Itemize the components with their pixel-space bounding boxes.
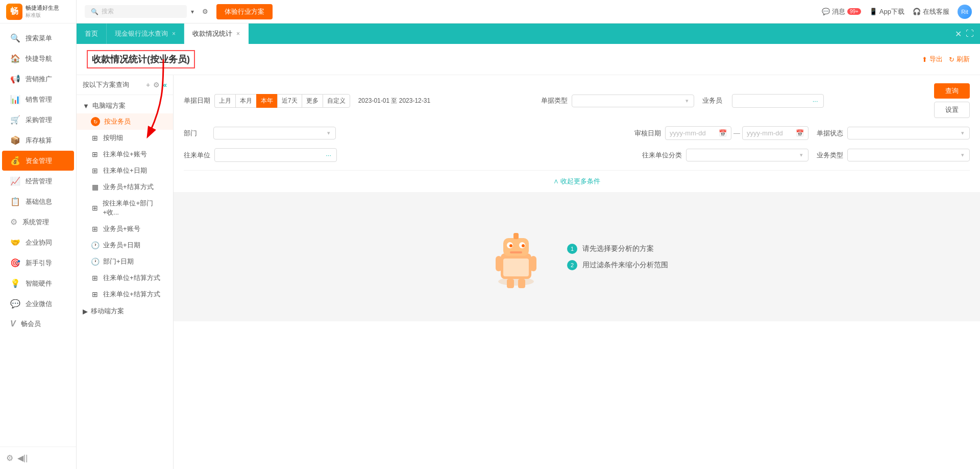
sidebar-item-purchase[interactable]: 🛒 采购管理 xyxy=(2,110,74,130)
sidebar-item-search[interactable]: 🔍 搜索菜单 xyxy=(2,28,74,48)
scheme-item-salesperson[interactable]: ↻ 按业务员 xyxy=(77,113,173,130)
tab-close-receipt[interactable]: × xyxy=(236,30,240,37)
refresh-button[interactable]: ↻ 刷新 xyxy=(949,55,970,64)
tab-bar: 首页 现金银行流水查询 × 收款情况统计 × ✕ ⛶ xyxy=(77,24,980,44)
scheme-item-partner-settle1[interactable]: ⊞ 往来单位+结算方式 xyxy=(77,270,173,286)
sidebar-item-marketing[interactable]: 📢 营销推广 xyxy=(2,69,74,89)
step-1-num: 1 xyxy=(567,244,577,254)
partner-more-icon[interactable]: ··· xyxy=(326,151,331,159)
scheme-item-salesperson-date[interactable]: 🕐 业务员+日期 xyxy=(77,237,173,253)
tab-fullscreen-icon[interactable]: ⛶ xyxy=(966,29,974,38)
page-header: 收款情况统计(按业务员) ⬆ 导出 ↻ 刷新 xyxy=(77,44,980,75)
scheme-group-mobile: ▶ 移动端方案 xyxy=(77,303,173,319)
voucher-type-label: 单据类型 xyxy=(541,96,568,105)
logo-icon: 畅 xyxy=(6,4,22,20)
nav-dropdown-icon[interactable]: ▾ xyxy=(191,8,194,15)
date-tab-this-month[interactable]: 本月 xyxy=(235,94,256,108)
partner-category-select[interactable]: ▾ xyxy=(686,149,808,161)
salesperson-label: 业务员 xyxy=(702,96,728,105)
voucher-status-label: 单据状态 xyxy=(817,129,843,138)
svg-rect-6 xyxy=(518,279,525,288)
partner-label: 往来单位 xyxy=(184,151,210,160)
tab-close-bank[interactable]: × xyxy=(172,30,176,37)
tab-bank-flow[interactable]: 现金银行流水查询 × xyxy=(107,24,184,44)
business-type-select[interactable]: ▾ xyxy=(847,149,970,161)
review-date-end[interactable]: yyyy-mm-dd 📅 xyxy=(742,126,808,140)
review-date-label: 审核日期 xyxy=(634,129,661,138)
export-button[interactable]: ⬆ 导出 xyxy=(922,55,943,64)
date-separator: — xyxy=(733,129,740,137)
scheme-item-dept-date[interactable]: 🕐 部门+日期 xyxy=(77,253,173,270)
partner-category-label: 往来单位分类 xyxy=(642,151,682,160)
sidebar-item-basic-info[interactable]: 📋 基础信息 xyxy=(2,192,74,212)
sidebar-item-system[interactable]: ⚙ 系统管理 xyxy=(2,212,74,232)
salesperson-acct-icon: ⊞ xyxy=(91,225,99,233)
collapse-sidebar-icon[interactable]: ◀|| xyxy=(17,453,28,463)
sidebar-item-inventory[interactable]: 📦 库存核算 xyxy=(2,130,74,150)
sidebar-menu: 🔍 搜索菜单 🏠 快捷导航 📢 营销推广 📊 销售管理 🛒 采购管理 📦 库存核… xyxy=(0,24,76,447)
query-button[interactable]: 查询 xyxy=(934,83,970,99)
user-avatar[interactable]: Rit xyxy=(958,5,972,19)
add-scheme-icon[interactable]: + xyxy=(146,81,150,89)
tab-receipt-stats[interactable]: 收款情况统计 × xyxy=(184,24,249,44)
scheme-item-partner-account[interactable]: ⊞ 往来单位+账号 xyxy=(77,146,173,162)
sidebar-item-enterprise[interactable]: 🤝 企业协同 xyxy=(2,232,74,252)
scheme-settings-icon[interactable]: ⚙ xyxy=(153,81,160,89)
scheme-item-partner-settle2[interactable]: ⊞ 往来单位+结算方式 xyxy=(77,286,173,302)
sidebar-item-operations[interactable]: 📈 经营管理 xyxy=(2,171,74,191)
date-tab-custom[interactable]: 自定义 xyxy=(323,94,350,108)
sidebar-item-nav[interactable]: 🏠 快捷导航 xyxy=(2,49,74,68)
sidebar-item-hardware[interactable]: 💡 智能硬件 xyxy=(2,273,74,293)
settings-button[interactable]: 设置 xyxy=(934,102,970,118)
voucher-type-select[interactable]: ▾ xyxy=(572,95,694,107)
salesperson-select[interactable]: ··· xyxy=(732,94,824,108)
wechat-icon: 💬 xyxy=(10,299,20,309)
sidebar: 畅 畅捷通好生意 标准版 🔍 搜索菜单 🏠 快捷导航 📢 营销推广 📊 销售管理… xyxy=(0,0,77,469)
sidebar-item-finance[interactable]: 💰 资金管理 xyxy=(2,151,74,171)
voucher-status-select[interactable]: ▾ xyxy=(847,127,970,139)
scheme-item-partner-date[interactable]: ⊞ 往来单位+日期 xyxy=(77,162,173,179)
content-area: 按以下方案查询 + ⚙ « ▼ 电脑端方案 ↻ 按业务 xyxy=(77,75,980,469)
partner-select[interactable]: ··· xyxy=(214,148,337,162)
messages-item[interactable]: 💬 消息 99+ xyxy=(822,7,861,16)
sidebar-item-wechat[interactable]: 💬 企业微信 xyxy=(2,294,74,314)
date-tab-last-month[interactable]: 上月 xyxy=(214,94,235,108)
collapse-panel-icon[interactable]: « xyxy=(163,81,167,89)
review-date-input-group: yyyy-mm-dd 📅 — yyyy-mm-dd 📅 xyxy=(665,126,808,140)
collapse-conditions-button[interactable]: ∧ 收起更多条件 xyxy=(184,170,970,192)
sidebar-bottom: ⚙ ◀|| xyxy=(0,447,76,469)
sidebar-item-guide[interactable]: 🎯 新手引导 xyxy=(2,253,74,273)
search-bar[interactable]: 🔍 搜索 xyxy=(85,5,187,18)
review-date-start[interactable]: yyyy-mm-dd 📅 xyxy=(665,126,731,140)
date-tab-this-year[interactable]: 本年 xyxy=(256,94,277,108)
online-service-item[interactable]: 🎧 在线客服 xyxy=(913,7,949,16)
dept-select[interactable]: ▾ xyxy=(213,127,336,139)
business-type-label: 业务类型 xyxy=(817,151,843,160)
trial-button[interactable]: 体验行业方案 xyxy=(216,4,273,19)
svg-rect-4 xyxy=(530,256,536,271)
partner-date-icon: ⊞ xyxy=(91,167,99,175)
app-download-item[interactable]: 📱 App下载 xyxy=(869,7,904,16)
scheme-group-mobile-title[interactable]: ▶ 移动端方案 xyxy=(77,303,173,319)
sidebar-item-vip[interactable]: V 畅会员 xyxy=(2,314,74,334)
scheme-tree: ▼ 电脑端方案 ↻ 按业务员 ⊞ 按明细 ⊞ 往来单位+账号 xyxy=(77,95,173,323)
date-tab-more[interactable]: 更多 xyxy=(302,94,323,108)
scheme-item-partner-dept[interactable]: ⊞ 按往来单位+部门+收... xyxy=(77,195,173,221)
tab-home[interactable]: 首页 xyxy=(77,24,107,44)
search-icon: 🔍 xyxy=(10,33,20,43)
scheme-group-pc-title[interactable]: ▼ 电脑端方案 xyxy=(77,98,173,113)
top-header: 🔍 搜索 ▾ ⚙ 体验行业方案 💬 消息 99+ 📱 App下载 🎧 在线客服 … xyxy=(77,0,980,24)
settings-bottom-icon[interactable]: ⚙ xyxy=(6,453,13,463)
voucher-status-filter: 单据状态 ▾ xyxy=(817,127,970,139)
gear-button[interactable]: ⚙ xyxy=(198,5,212,19)
scheme-item-salesperson-settle[interactable]: ▦ 业务员+结算方式 xyxy=(77,179,173,195)
sidebar-item-sales[interactable]: 📊 销售管理 xyxy=(2,89,74,109)
step-2-num: 2 xyxy=(567,260,577,270)
scheme-item-salesperson-account[interactable]: ⊞ 业务员+账号 xyxy=(77,221,173,237)
hardware-icon: 💡 xyxy=(10,278,20,288)
scheme-item-detail[interactable]: ⊞ 按明细 xyxy=(77,130,173,146)
tab-close-all-icon[interactable]: ✕ xyxy=(955,29,962,39)
salesperson-more-icon[interactable]: ··· xyxy=(813,97,818,105)
filter-row-3: 往来单位 ··· 往来单位分类 ▾ 业务类型 xyxy=(184,148,970,162)
date-tab-7days[interactable]: 近7天 xyxy=(277,94,302,108)
